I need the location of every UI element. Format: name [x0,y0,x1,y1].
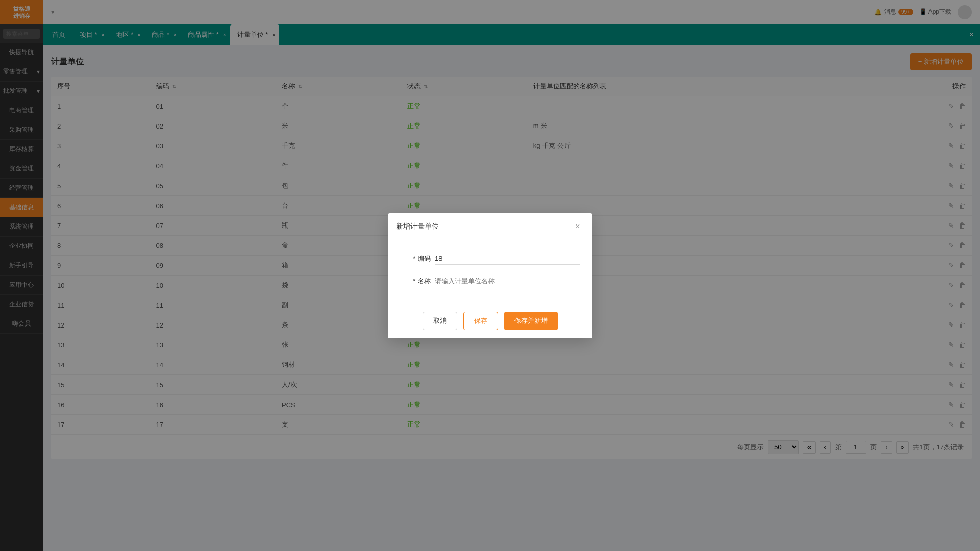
modal-header: 新增计量单位 × [388,213,592,240]
cancel-button[interactable]: 取消 [423,312,457,330]
modal-close-button[interactable]: × [572,220,584,233]
name-input[interactable] [435,275,580,287]
modal-overlay[interactable]: 新增计量单位 × * 编码 * 名称 取消 保存 保存并新增 [0,0,980,551]
save-button[interactable]: 保存 [463,312,498,330]
modal-footer: 取消 保存 保存并新增 [388,306,592,338]
code-label: * 编码 [400,254,431,263]
code-input[interactable] [435,253,580,265]
modal-body: * 编码 * 名称 [388,240,592,306]
form-row-name: * 名称 [400,275,580,287]
add-unit-modal: 新增计量单位 × * 编码 * 名称 取消 保存 保存并新增 [388,213,592,338]
modal-title: 新增计量单位 [396,222,439,231]
form-row-code: * 编码 [400,253,580,265]
name-label: * 名称 [400,277,431,286]
save-continue-button[interactable]: 保存并新增 [504,312,558,330]
